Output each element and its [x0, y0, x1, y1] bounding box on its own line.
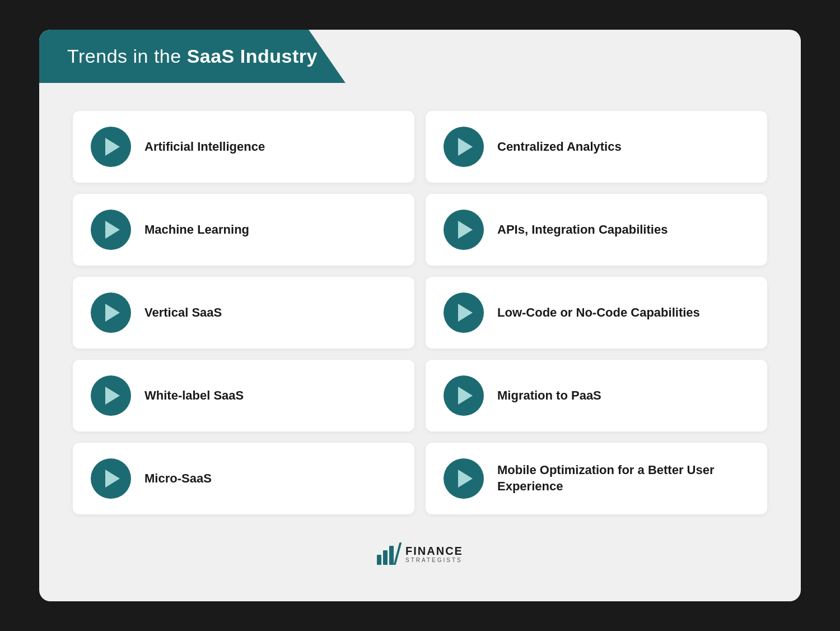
icon-circle-low-code-no-code: [444, 293, 484, 333]
item-card-white-label-saas: White-label SaaS: [73, 360, 414, 432]
icon-circle-machine-learning: [91, 210, 131, 250]
item-card-vertical-saas: Vertical SaaS: [73, 277, 414, 349]
page-title: Trends in the SaaS Industry: [67, 45, 318, 67]
footer: FINANCE STRATEGISTS: [39, 542, 801, 565]
title-bold: SaaS Industry: [187, 45, 318, 67]
play-icon-machine-learning: [105, 221, 120, 239]
icon-circle-white-label-saas: [91, 375, 131, 416]
item-card-low-code-no-code: Low-Code or No-Code Capabilities: [426, 277, 767, 349]
play-icon-white-label-saas: [105, 387, 120, 405]
play-icon-migration-to-paas: [458, 387, 473, 405]
icon-circle-artificial-intelligence: [91, 127, 131, 167]
play-icon-mobile-optimization: [458, 470, 473, 488]
play-icon-vertical-saas: [105, 304, 120, 322]
logo-icon: [377, 542, 399, 565]
item-label-low-code-no-code: Low-Code or No-Code Capabilities: [497, 305, 700, 321]
item-card-centralized-analytics: Centralized Analytics: [426, 111, 767, 183]
logo-sub-text: STRATEGISTS: [405, 557, 463, 563]
icon-circle-migration-to-paas: [444, 375, 484, 416]
item-card-artificial-intelligence: Artificial Intelligence: [73, 111, 414, 183]
item-label-apis-integration: APIs, Integration Capabilities: [497, 222, 668, 238]
main-card: Trends in the SaaS Industry Artificial I…: [39, 30, 801, 601]
icon-circle-vertical-saas: [91, 293, 131, 333]
icon-circle-apis-integration: [444, 210, 484, 250]
item-card-mobile-optimization: Mobile Optimization for a Better User Ex…: [426, 443, 767, 514]
logo-text: FINANCE STRATEGISTS: [405, 545, 463, 563]
item-card-machine-learning: Machine Learning: [73, 194, 414, 266]
bar-2: [383, 550, 388, 565]
item-label-white-label-saas: White-label SaaS: [144, 388, 244, 404]
item-label-micro-saas: Micro-SaaS: [144, 471, 212, 487]
logo-slash: [394, 542, 402, 565]
bar-3: [389, 546, 394, 565]
item-card-migration-to-paas: Migration to PaaS: [426, 360, 767, 432]
header-banner: Trends in the SaaS Industry: [39, 30, 346, 83]
title-prefix: Trends in the: [67, 45, 187, 67]
play-icon-apis-integration: [458, 221, 473, 239]
logo-main-text: FINANCE: [405, 545, 463, 557]
play-icon-micro-saas: [105, 470, 120, 488]
item-label-migration-to-paas: Migration to PaaS: [497, 388, 601, 404]
item-label-vertical-saas: Vertical SaaS: [144, 305, 222, 321]
play-icon-artificial-intelligence: [105, 138, 120, 156]
item-card-apis-integration: APIs, Integration Capabilities: [426, 194, 767, 266]
item-label-artificial-intelligence: Artificial Intelligence: [144, 139, 265, 155]
icon-circle-mobile-optimization: [444, 458, 484, 499]
item-card-micro-saas: Micro-SaaS: [73, 443, 414, 514]
item-label-centralized-analytics: Centralized Analytics: [497, 139, 622, 155]
bar-1: [377, 555, 381, 565]
icon-circle-centralized-analytics: [444, 127, 484, 167]
icon-circle-micro-saas: [91, 458, 131, 499]
item-label-mobile-optimization: Mobile Optimization for a Better User Ex…: [497, 462, 749, 494]
play-icon-low-code-no-code: [458, 304, 473, 322]
play-icon-centralized-analytics: [458, 138, 473, 156]
item-label-machine-learning: Machine Learning: [144, 222, 249, 238]
trends-grid: Artificial Intelligence Centralized Anal…: [39, 111, 801, 514]
